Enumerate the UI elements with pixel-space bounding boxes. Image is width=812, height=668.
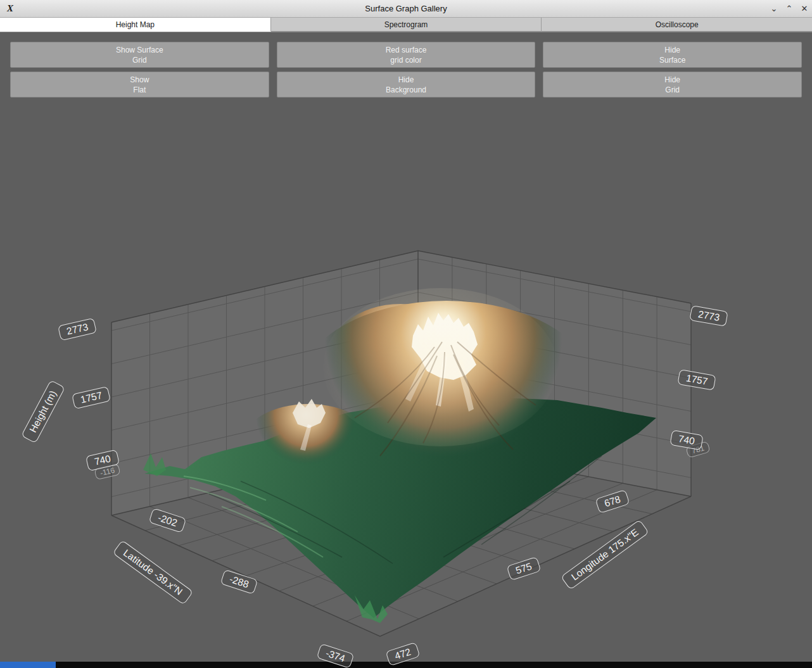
surface-plot-canvas [0, 0, 812, 662]
minimize-icon[interactable]: ⌄ [766, 0, 782, 17]
surface-plot[interactable] [0, 0, 812, 662]
app-window: X Surface Graph Gallery ⌄ ⌃ ✕ Height Map… [0, 0, 812, 662]
taskbar-item[interactable] [0, 662, 56, 668]
desktop-strip [0, 662, 812, 668]
maximize-icon[interactable]: ⌃ [782, 0, 797, 17]
screen: X Surface Graph Gallery ⌄ ⌃ ✕ Height Map… [0, 0, 812, 668]
close-icon[interactable]: ✕ [797, 0, 812, 17]
window-controls: ⌄ ⌃ ✕ [766, 0, 812, 17]
